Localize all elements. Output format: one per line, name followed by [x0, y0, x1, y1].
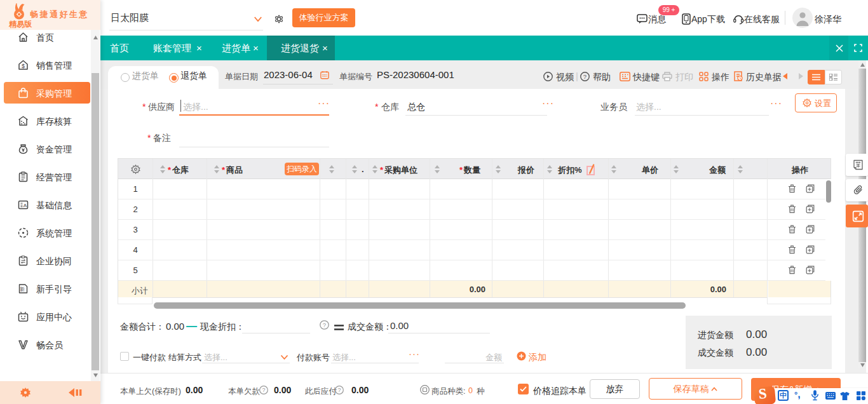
- svg-text:?: ?: [583, 73, 587, 80]
- svg-text:?: ?: [262, 387, 265, 393]
- svg-text:?: ?: [337, 387, 341, 393]
- svg-text:$: $: [22, 63, 25, 69]
- svg-text:?: ?: [323, 321, 326, 328]
- svg-text:新: 新: [20, 286, 25, 292]
- svg-text:A: A: [24, 203, 27, 208]
